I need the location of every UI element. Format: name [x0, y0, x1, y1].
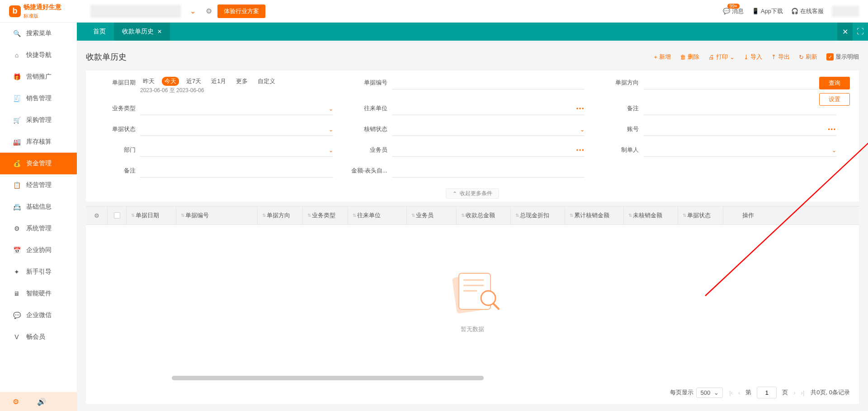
page-input[interactable] [757, 387, 777, 398]
sidebar-item-wechat[interactable]: 💬企业微信 [0, 304, 77, 326]
sidebar-item-label: 采购管理 [26, 116, 52, 124]
tab-receipt-history[interactable]: 收款单历史 ✕ [114, 23, 170, 41]
amount-header-input[interactable] [392, 165, 585, 177]
sidebar-item-funds[interactable]: 💰资金管理 [0, 153, 77, 174]
remark-input[interactable] [643, 103, 836, 115]
th-doc-status[interactable]: ⇅单据状态 [678, 206, 723, 224]
tab-home[interactable]: 首页 [85, 23, 114, 41]
date-range: 2023-06-06 至 2023-06-06 [140, 87, 333, 94]
settings-icon[interactable]: ⚙ [13, 397, 19, 406]
sidebar-item-search[interactable]: 🔍搜索菜单 [0, 23, 77, 44]
sidebar-item-label: 搜索菜单 [26, 29, 52, 37]
partner-lookup[interactable]: ••• [392, 103, 585, 115]
prev-page-button[interactable]: ‹ [738, 389, 740, 396]
sidebar-item-member[interactable]: V畅会员 [0, 326, 77, 348]
page-size-select[interactable]: 500⌄ [696, 388, 723, 398]
last-page-button[interactable]: ›| [801, 389, 805, 396]
sidebar-footer: ⚙ 🔊 [0, 392, 77, 411]
messages-link[interactable]: 💬 消息 99+ [723, 7, 744, 15]
direction-label: 单据方向 [598, 77, 643, 87]
th-unwriteoff[interactable]: ⇅未核销金额 [624, 206, 678, 224]
add-button[interactable]: +新增 [654, 53, 671, 61]
filter-panel: 查询 设置 单据日期 昨天 今天 近7天 近1月 更多 [86, 70, 859, 201]
card-icon: 📇 [13, 203, 21, 211]
th-total-amount[interactable]: ⇅收款总金额 [457, 206, 511, 224]
th-discount[interactable]: ⇅总现金折扣 [511, 206, 565, 224]
doc-status-label: 单据状态 [95, 123, 140, 133]
dept-select[interactable]: ⌄ [140, 144, 333, 157]
collapse-conditions-button[interactable]: ⌃ 收起更多条件 [446, 188, 499, 199]
column-settings-button[interactable]: ⚙ [86, 206, 108, 224]
download-label: App下载 [761, 7, 783, 15]
query-button[interactable]: 查询 [819, 77, 850, 89]
speaker-icon[interactable]: 🔊 [37, 397, 46, 406]
direction-select[interactable]: ⌄ [643, 77, 836, 89]
doc-no-input[interactable] [392, 77, 585, 89]
date-today[interactable]: 今天 [162, 77, 179, 86]
double-chevron-up-icon: ⌃ [453, 191, 457, 197]
svg-line-6 [493, 304, 499, 309]
date-more[interactable]: 更多 [233, 77, 250, 86]
sidebar-item-purchase[interactable]: 🛒采购管理 [0, 109, 77, 131]
experience-button[interactable]: 体验行业方案 [217, 5, 265, 18]
user-avatar[interactable] [832, 6, 859, 17]
sidebar-item-collab[interactable]: 📅企业协同 [0, 239, 77, 261]
sidebar-item-hardware[interactable]: 🖥智能硬件 [0, 283, 77, 304]
sidebar-item-operations[interactable]: 📋经营管理 [0, 174, 77, 196]
show-detail-toggle[interactable]: ✓显示明细 [826, 53, 859, 61]
sidebar-item-inventory[interactable]: 🏭库存核算 [0, 131, 77, 153]
company-selector[interactable] [90, 5, 181, 18]
th-direction[interactable]: ⇅单据方向 [258, 206, 303, 224]
app-download-link[interactable]: 📱 App下载 [752, 7, 783, 15]
th-biz-type[interactable]: ⇅业务类型 [303, 206, 348, 224]
th-date[interactable]: ⇅单据日期 [127, 206, 176, 224]
refresh-button[interactable]: ↻刷新 [799, 53, 817, 61]
print-button[interactable]: 🖨打印⌄ [708, 53, 735, 61]
date-1month[interactable]: 近1月 [208, 77, 229, 86]
biz-type-select[interactable]: ⌄ [140, 103, 333, 115]
chevron-down-icon: ⌄ [329, 126, 333, 133]
th-doc-no[interactable]: ⇅单据编号 [176, 206, 258, 224]
sidebar-item-basic-info[interactable]: 📇基础信息 [0, 196, 77, 218]
tabs-close-button[interactable]: ✕ [837, 23, 853, 41]
clerk-lookup[interactable]: ••• [392, 144, 585, 157]
sidebar-item-system[interactable]: ⚙系统管理 [0, 218, 77, 239]
sidebar: 🔍搜索菜单 ⌂快捷导航 🎁营销推广 🧾销售管理 🛒采购管理 🏭库存核算 💰资金管… [0, 23, 77, 411]
sidebar-item-marketing[interactable]: 🎁营销推广 [0, 66, 77, 88]
delete-button[interactable]: 🗑删除 [680, 53, 699, 61]
gift-icon: 🎁 [13, 73, 21, 81]
close-icon[interactable]: ✕ [157, 28, 162, 35]
sidebar-item-sales[interactable]: 🧾销售管理 [0, 88, 77, 109]
support-link[interactable]: 🎧 在线客服 [791, 7, 824, 15]
th-partner[interactable]: ⇅往来单位 [348, 206, 407, 224]
settings-button[interactable]: 设置 [819, 93, 850, 106]
account-lookup[interactable]: ••• [643, 123, 836, 136]
sidebar-item-quick-nav[interactable]: ⌂快捷导航 [0, 44, 77, 66]
pager-summary: 共0页, 0条记录 [811, 388, 850, 397]
creator-select[interactable]: ⌄ [643, 144, 836, 157]
horizontal-scrollbar[interactable] [86, 375, 859, 381]
warehouse-icon: 🏭 [13, 138, 21, 146]
chevron-down-icon: ⌄ [730, 54, 735, 61]
th-clerk[interactable]: ⇅业务员 [407, 206, 457, 224]
sidebar-item-guide[interactable]: ✦新手引导 [0, 261, 77, 283]
remark2-label: 备注 [95, 165, 140, 175]
date-yesterday[interactable]: 昨天 [140, 77, 157, 86]
sort-icon: ⇅ [411, 214, 415, 217]
remark2-input[interactable] [140, 165, 333, 177]
export-button[interactable]: ⤒导出 [771, 53, 790, 61]
chevron-down-icon[interactable]: ⌄ [190, 7, 196, 15]
writeoff-status-select[interactable]: ⌄ [392, 123, 585, 136]
th-writeoff-total[interactable]: ⇅累计核销金额 [565, 206, 624, 224]
import-button[interactable]: ⤓导入 [744, 53, 762, 61]
gear-icon[interactable]: ⚙ [206, 7, 212, 15]
date-7days[interactable]: 近7天 [184, 77, 204, 86]
first-page-button[interactable]: |‹ [729, 389, 733, 396]
next-page-button[interactable]: › [793, 389, 795, 396]
fullscreen-button[interactable]: ⛶ [853, 23, 868, 41]
message-icon: 💬 [723, 8, 730, 14]
doc-status-select[interactable]: ⌄ [140, 123, 333, 136]
date-custom[interactable]: 自定义 [255, 77, 278, 86]
select-all-checkbox[interactable] [108, 206, 127, 224]
sort-icon: ⇅ [353, 214, 356, 217]
